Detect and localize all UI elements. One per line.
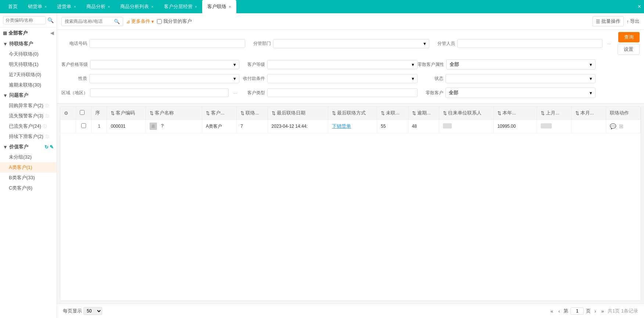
th-last-date[interactable]: ⇅ 最后联络日期 xyxy=(268,107,328,120)
status-select[interactable]: ▾ xyxy=(446,74,595,83)
close-all-button[interactable]: × xyxy=(638,3,641,10)
th-no-contact[interactable]: ⇅ 未联... xyxy=(377,107,408,120)
nature-select[interactable]: ▾ xyxy=(89,74,239,83)
tab-customer-tier[interactable]: 客户分层经营 × xyxy=(159,0,202,13)
tab-purchase[interactable]: 进货单 × xyxy=(52,0,81,13)
tab-goods-list[interactable]: 商品分析列表 × xyxy=(115,0,158,13)
th-type[interactable]: ⇅ 客户... xyxy=(202,107,237,120)
action-icons: 💬 ⊞ xyxy=(610,123,637,129)
adv-cell-customer-level: 客户等级 ▾ xyxy=(239,60,417,69)
tab-customer-contact-label: 客户联络 xyxy=(207,3,226,10)
customer-level-select[interactable]: ▾ xyxy=(267,60,417,69)
th-contact-count[interactable]: ⇅ 联络... xyxy=(237,107,268,120)
tab-purchase-close[interactable]: × xyxy=(74,4,76,9)
retail-attr-label: 零散客户属性 xyxy=(418,61,444,68)
th-this-month-sort: ⇅ xyxy=(575,110,579,116)
value-header[interactable]: ▼ 价值客户 ↻ ✎ xyxy=(0,142,57,152)
th-overdue[interactable]: ⇅ 逾期... xyxy=(408,107,439,120)
export-button[interactable]: ↑ 导出 xyxy=(627,18,640,25)
sidebar-search-button[interactable]: 🔍 xyxy=(47,17,54,23)
region-more[interactable]: ··· xyxy=(231,90,239,96)
tab-home[interactable]: 首页 xyxy=(3,0,23,13)
my-customers-check[interactable] xyxy=(157,19,162,24)
th-name[interactable]: ⇅ 客户名称 xyxy=(146,107,202,120)
customer-type-input[interactable] xyxy=(267,88,417,97)
page-input[interactable] xyxy=(570,307,584,315)
sidebar-search-input[interactable] xyxy=(3,16,46,24)
tab-goods-analysis-close[interactable]: × xyxy=(108,4,110,9)
row-checkbox[interactable] xyxy=(81,123,86,128)
th-contacts[interactable]: ⇅ 往来单位联系人 xyxy=(439,107,494,120)
problem-header[interactable]: ▼ 问题客户 xyxy=(0,90,57,100)
last-page-button[interactable]: » xyxy=(600,308,605,315)
edit-icon[interactable]: ✎ xyxy=(50,144,54,150)
all-customers-header[interactable]: ⊞ 全部客户 ◀ xyxy=(0,28,57,39)
tab-customer-contact[interactable]: 客户联络 × xyxy=(202,0,236,13)
refresh-icon[interactable]: ↻ xyxy=(44,144,49,150)
per-page-select[interactable]: 50 100 200 xyxy=(83,307,102,315)
sidebar-item-tomorrow[interactable]: 明天待联络(1) xyxy=(0,59,57,70)
tab-goods-analysis[interactable]: 商品分析 × xyxy=(81,0,115,13)
value-label: 价值客户 xyxy=(9,144,28,150)
data-table-area: ⚙ 序 ⇅ 客户编码 xyxy=(60,106,641,301)
sidebar-item-ungrouped[interactable]: 未分组(32) xyxy=(0,152,57,162)
setting-button[interactable]: 设置 xyxy=(618,44,640,55)
dept-select[interactable]: ▾ xyxy=(273,39,429,48)
settings-gear-icon[interactable]: ⚙ xyxy=(64,110,68,116)
td-code: 000031 xyxy=(107,120,146,133)
th-this-month[interactable]: ⇅ 本月... xyxy=(571,107,606,120)
sidebar-item-overdue[interactable]: 逾期未联络(30) xyxy=(0,80,57,90)
payment-select[interactable]: ▾ xyxy=(267,74,417,83)
retail-select[interactable]: 全部▾ xyxy=(446,88,595,98)
price-level-select[interactable]: ▾ xyxy=(90,60,239,69)
sidebar-item-lostwarning[interactable]: 流失预警客户(3) ⓘ xyxy=(0,111,57,121)
qr-icon[interactable]: ⊞ xyxy=(619,123,623,129)
batch-op-button[interactable]: ☰ 批量操作 xyxy=(593,16,624,26)
tab-sales[interactable]: 销货单 × xyxy=(23,0,52,13)
manager-input[interactable] xyxy=(457,39,602,48)
th-code[interactable]: ⇅ 客户编码 xyxy=(107,107,146,120)
my-customers-label: 我分管的客户 xyxy=(163,18,192,25)
price-level-arrow: ▾ xyxy=(233,62,236,67)
sidebar-item-7days[interactable]: 近7天待联络(0) xyxy=(0,70,57,80)
sidebar-item-declining[interactable]: 持续下滑客户(2) ⓘ xyxy=(0,131,57,142)
main-search-icon[interactable]: 🔍 xyxy=(114,19,120,24)
export-label: 导出 xyxy=(630,18,640,25)
tab-customer-contact-close[interactable]: × xyxy=(229,4,231,9)
status-label: 状态 xyxy=(418,75,443,82)
search-button[interactable]: 查询 xyxy=(618,32,640,42)
last-method-link[interactable]: 下销货单 xyxy=(332,123,351,129)
th-last-month[interactable]: ⇅ 上月... xyxy=(537,107,571,120)
td-contacts xyxy=(439,120,494,133)
select-all-checkbox[interactable] xyxy=(80,110,85,115)
sidebar-item-a-class[interactable]: A类客户(1) xyxy=(0,162,57,173)
more-filters-button[interactable]: ⊿ 更多条件 ▾ xyxy=(126,18,154,25)
retail-attr-select[interactable]: 全部▾ xyxy=(446,59,595,70)
th-year[interactable]: ⇅ 本年... xyxy=(494,107,537,120)
td-contact-count: 7 xyxy=(237,120,268,133)
collapse-icon: ◀ xyxy=(50,31,54,36)
sidebar-item-today[interactable]: 今天待联络(0) xyxy=(0,49,57,59)
th-last-method[interactable]: ⇅ 最后联络方式 xyxy=(328,107,377,120)
first-page-button[interactable]: « xyxy=(549,308,555,315)
tab-goods-list-close[interactable]: × xyxy=(151,4,153,9)
sidebar-item-abnormal[interactable]: 回购异常客户(2) ⓘ xyxy=(0,100,57,111)
message-icon[interactable]: 💬 xyxy=(610,123,616,129)
last-month-bar xyxy=(541,123,552,128)
tab-customer-tier-close[interactable]: × xyxy=(195,4,197,9)
main-search-input[interactable] xyxy=(65,19,112,24)
tab-goods-list-label: 商品分析列表 xyxy=(120,3,149,10)
sidebar-item-b-class[interactable]: B类客户(33) xyxy=(0,173,57,183)
page-label: 第 xyxy=(564,308,568,314)
sidebar-item-c-class[interactable]: C类客户(6) xyxy=(0,183,57,193)
pending-header[interactable]: ▼ 待联络客户 xyxy=(0,39,57,49)
sidebar-item-lost[interactable]: 已流失客户(24) ⓘ xyxy=(0,121,57,131)
prev-page-button[interactable]: ‹ xyxy=(557,308,561,315)
phone-input[interactable] xyxy=(89,39,245,48)
th-contacts-sort: ⇅ xyxy=(443,110,447,116)
manager-more[interactable]: ··· xyxy=(605,41,613,46)
tab-sales-close[interactable]: × xyxy=(44,4,47,9)
next-page-button[interactable]: › xyxy=(593,308,597,315)
th-year-sort: ⇅ xyxy=(497,110,501,116)
region-input[interactable] xyxy=(90,88,229,97)
